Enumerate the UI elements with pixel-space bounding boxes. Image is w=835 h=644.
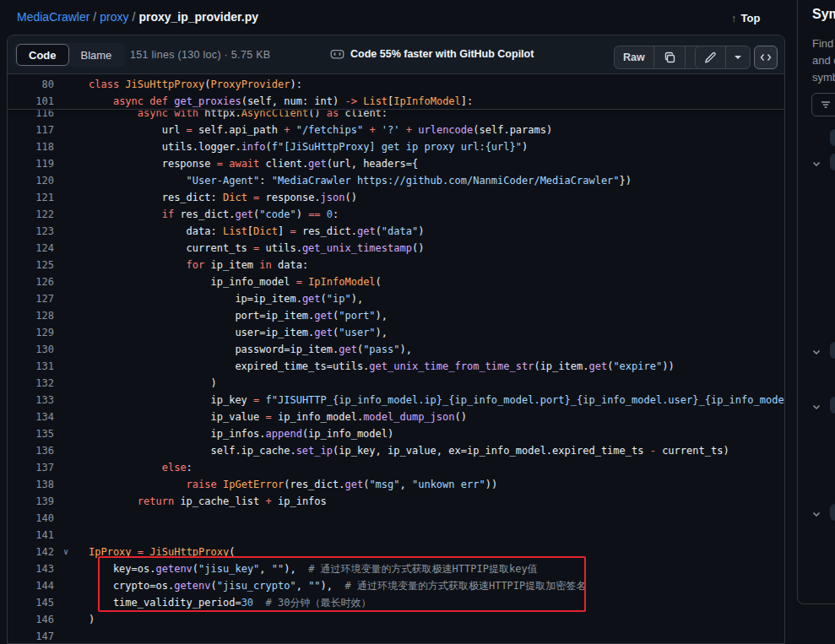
code-text: ip_value = ip_info_model.model_dump_json… bbox=[89, 409, 467, 425]
back-to-top-link[interactable]: ↑Top bbox=[731, 12, 760, 24]
edit-button[interactable] bbox=[696, 46, 725, 68]
copilot-banner[interactable]: Code 55% faster with GitHub Copilot bbox=[330, 47, 534, 60]
line-number[interactable]: 129 bbox=[8, 324, 54, 341]
collapse-chevron-icon[interactable]: ∨ bbox=[63, 544, 68, 560]
code-line: 139 return ip_cache_list + ip_infos bbox=[8, 493, 784, 510]
edit-button-group bbox=[695, 46, 751, 69]
code-line: 127 ip=ip_item.get("ip"), bbox=[8, 290, 784, 307]
line-number[interactable]: 122 bbox=[8, 206, 54, 223]
code-line: 126 ip_info_model = IpInfoModel( bbox=[8, 273, 784, 290]
code-line: 117 url = self.api_path + "/fetchips" + … bbox=[8, 122, 784, 138]
chevron-down-icon[interactable] bbox=[811, 400, 823, 412]
code-line: 134 ip_value = ip_info_model.model_dump_… bbox=[8, 409, 784, 425]
line-number[interactable]: 126 bbox=[8, 273, 54, 290]
line-number[interactable]: 141 bbox=[8, 527, 54, 544]
line-number[interactable]: 80 bbox=[8, 76, 54, 93]
line-number[interactable]: 117 bbox=[8, 122, 54, 138]
symbols-panel-title: Symbols bbox=[812, 7, 835, 22]
line-number[interactable]: 145 bbox=[8, 594, 54, 611]
symbol-item[interactable] bbox=[830, 397, 835, 414]
code-text: return ip_cache_list + ip_infos bbox=[89, 493, 327, 510]
code-line: 131 expired_time_ts=utils.get_unix_time_… bbox=[8, 358, 784, 375]
symbol-item[interactable] bbox=[830, 504, 835, 521]
code-brackets-icon bbox=[759, 51, 773, 63]
line-number[interactable]: 135 bbox=[8, 425, 54, 442]
code-text: res_dict: Dict = response.json() bbox=[89, 189, 357, 206]
copy-icon bbox=[663, 51, 676, 64]
breadcrumb-filename: proxy_ip_provider.py bbox=[138, 10, 258, 24]
line-number[interactable]: 133 bbox=[8, 392, 54, 409]
raw-button[interactable]: Raw bbox=[615, 46, 653, 68]
code-line: 143 key=os.getenv("jisu_key", ""), # 通过环… bbox=[8, 560, 784, 577]
code-text: raise IpGetError(res_dict.get("msg", "un… bbox=[89, 476, 497, 493]
tab-code[interactable]: Code bbox=[16, 44, 69, 66]
code-text: async def get_proxies(self, num: int) ->… bbox=[89, 93, 473, 110]
line-number[interactable]: 128 bbox=[8, 307, 54, 324]
breadcrumb-separator: / bbox=[89, 10, 100, 24]
code-line: 125 for ip_item in data: bbox=[8, 257, 784, 273]
line-number[interactable]: 142 bbox=[8, 544, 54, 560]
line-number[interactable]: 131 bbox=[8, 358, 54, 375]
line-number[interactable]: 130 bbox=[8, 341, 54, 358]
line-number[interactable]: 139 bbox=[8, 493, 54, 510]
symbols-toggle-button[interactable] bbox=[754, 46, 778, 69]
line-number[interactable]: 120 bbox=[8, 172, 54, 189]
symbol-item[interactable] bbox=[830, 154, 835, 170]
line-number[interactable]: 134 bbox=[8, 409, 54, 425]
code-line: 140 bbox=[8, 510, 784, 527]
line-number[interactable]: 138 bbox=[8, 476, 54, 493]
code-text: key=os.getenv("jisu_key", ""), # 通过环境变量的… bbox=[89, 560, 538, 577]
chevron-down-icon[interactable] bbox=[811, 157, 823, 169]
code-text: else: bbox=[89, 459, 192, 476]
code-line: 121 res_dict: Dict = response.json() bbox=[8, 189, 784, 206]
code-line: 123 data: List[Dict] = res_dict.get("dat… bbox=[8, 223, 784, 240]
code-text: time_validity_period=30 # 30分钟（最长时效） bbox=[89, 594, 371, 611]
line-number[interactable]: 124 bbox=[8, 240, 54, 257]
copilot-banner-text: Code 55% faster with GitHub Copilot bbox=[350, 48, 534, 60]
line-number[interactable]: 144 bbox=[8, 577, 54, 594]
line-number[interactable]: 137 bbox=[8, 459, 54, 476]
breadcrumb-repo-link[interactable]: MediaCrawler bbox=[17, 10, 89, 24]
file-content-card: Code Blame 151 lines (130 loc) · 5.75 KB… bbox=[7, 35, 785, 644]
line-number[interactable]: 118 bbox=[8, 138, 54, 155]
line-number[interactable]: 146 bbox=[8, 611, 54, 628]
edit-dropdown-button[interactable] bbox=[725, 46, 750, 68]
symbol-item[interactable] bbox=[830, 129, 835, 146]
line-number[interactable]: 132 bbox=[8, 375, 54, 392]
symbol-item[interactable] bbox=[830, 342, 835, 359]
line-number[interactable]: 143 bbox=[8, 560, 54, 577]
pencil-icon bbox=[704, 51, 717, 64]
code-line: 145 time_validity_period=30 # 30分钟（最长时效） bbox=[8, 594, 784, 611]
tab-blame[interactable]: Blame bbox=[69, 44, 124, 66]
line-number[interactable]: 121 bbox=[8, 189, 54, 206]
code-line: 128 port=ip_item.get("port"), bbox=[8, 307, 784, 324]
code-line: 119 response = await client.get(url, hea… bbox=[8, 155, 784, 172]
breadcrumb-folder-link[interactable]: proxy bbox=[100, 10, 128, 24]
code-line: 118 utils.logger.info(f"[JiSuHttpProxy] … bbox=[8, 138, 784, 155]
code-line: 80class JiSuHttpProxy(ProxyProvider): bbox=[8, 76, 784, 93]
line-number[interactable]: 101 bbox=[8, 93, 54, 110]
line-number[interactable]: 136 bbox=[8, 442, 54, 459]
line-number[interactable]: 140 bbox=[8, 510, 54, 527]
filter-icon bbox=[820, 99, 832, 111]
line-number[interactable]: 119 bbox=[8, 155, 54, 172]
chevron-down-icon[interactable] bbox=[811, 507, 823, 519]
copilot-icon bbox=[330, 47, 344, 60]
code-text: data: List[Dict] = res_dict.get("data") bbox=[89, 223, 424, 240]
symbols-panel: Symbols Find definitions and references … bbox=[797, 0, 835, 604]
arrow-up-icon: ↑ bbox=[731, 12, 737, 24]
code-text: response = await client.get(url, headers… bbox=[89, 155, 418, 172]
symbols-filter-input[interactable] bbox=[811, 93, 835, 116]
line-number[interactable]: 127 bbox=[8, 290, 54, 307]
code-text: current_ts = utils.get_unix_timestamp() bbox=[89, 240, 424, 257]
chevron-down-icon[interactable] bbox=[811, 345, 823, 357]
breadcrumb-separator: / bbox=[128, 10, 138, 24]
line-number[interactable]: 125 bbox=[8, 257, 54, 273]
code-text: url = self.api_path + "/fetchips" + '?' … bbox=[89, 122, 552, 138]
code-text: class JiSuHttpProxy(ProxyProvider): bbox=[89, 76, 302, 93]
code-text: for ip_item in data: bbox=[89, 257, 308, 273]
line-number[interactable]: 147 bbox=[8, 628, 54, 643]
line-number[interactable]: 123 bbox=[8, 223, 54, 240]
copy-button[interactable] bbox=[653, 46, 685, 68]
code-text: ip_infos.append(ip_info_model) bbox=[89, 425, 393, 442]
